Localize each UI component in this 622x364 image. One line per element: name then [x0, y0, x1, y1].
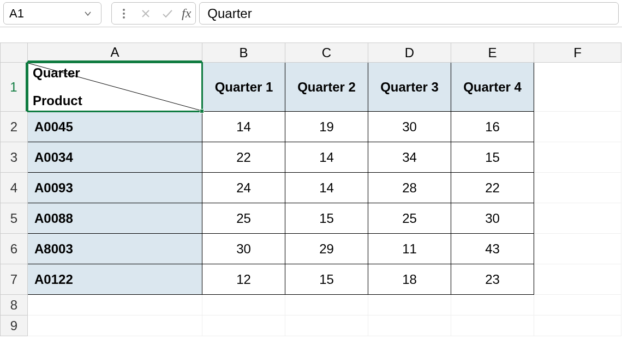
row-4: 4 A0093 24 14 28 22 [1, 173, 621, 203]
chevron-down-icon[interactable] [80, 3, 95, 25]
cell-B8[interactable] [202, 295, 285, 316]
cell-F8[interactable] [534, 295, 621, 316]
cell-D5[interactable]: 25 [368, 203, 451, 234]
cell-E2[interactable]: 16 [451, 112, 534, 142]
column-header-F[interactable]: F [534, 43, 621, 63]
row-7: 7 A0122 12 15 18 23 [1, 264, 621, 295]
cell-D8[interactable] [368, 295, 451, 316]
cell-C4[interactable]: 14 [285, 173, 368, 203]
cell-A1-top-label: Quarter [33, 65, 80, 81]
row-header-9[interactable]: 9 [1, 316, 28, 336]
column-header-row: A B C D E F [1, 43, 621, 63]
cell-A7[interactable]: A0122 [28, 264, 202, 295]
column-header-C[interactable]: C [285, 43, 368, 63]
cell-A9[interactable] [28, 316, 202, 336]
cell-E3[interactable]: 15 [451, 142, 534, 173]
formula-input-value: Quarter [207, 6, 252, 21]
cell-F3[interactable] [534, 142, 621, 173]
row-header-6[interactable]: 6 [1, 234, 28, 264]
enter-icon[interactable] [160, 3, 175, 25]
cell-D3[interactable]: 34 [368, 142, 451, 173]
column-header-A[interactable]: A [28, 43, 202, 63]
column-header-D[interactable]: D [368, 43, 451, 63]
row-header-2[interactable]: 2 [1, 112, 28, 142]
cell-E8[interactable] [451, 295, 534, 316]
cell-B6[interactable]: 30 [202, 234, 285, 264]
row-header-1[interactable]: 1 [1, 63, 28, 112]
formula-bar: A1 fx Quarter [0, 0, 622, 27]
cell-A1-bottom-label: Product [33, 93, 82, 108]
cell-C7[interactable]: 15 [285, 264, 368, 295]
cell-C3[interactable]: 14 [285, 142, 368, 173]
cell-B4[interactable]: 24 [202, 173, 285, 203]
cancel-icon[interactable] [138, 3, 153, 25]
cell-C9[interactable] [285, 316, 368, 336]
more-icon[interactable] [116, 3, 131, 25]
cell-B5[interactable]: 25 [202, 203, 285, 234]
row-6: 6 A8003 30 29 11 43 [1, 234, 621, 264]
cell-D2[interactable]: 30 [368, 112, 451, 142]
row-3: 3 A0034 22 14 34 15 [1, 142, 621, 173]
cell-A8[interactable] [28, 295, 202, 316]
cell-B3[interactable]: 22 [202, 142, 285, 173]
cell-F6[interactable] [534, 234, 621, 264]
cell-C6[interactable]: 29 [285, 234, 368, 264]
row-header-5[interactable]: 5 [1, 203, 28, 234]
cell-F4[interactable] [534, 173, 621, 203]
cell-D1[interactable]: Quarter 3 [368, 63, 451, 112]
formula-bar-buttons: fx [111, 2, 196, 25]
cell-F5[interactable] [534, 203, 621, 234]
cell-F9[interactable] [534, 316, 621, 336]
row-header-8[interactable]: 8 [1, 295, 28, 316]
row-8: 8 [1, 295, 621, 316]
select-all-corner[interactable] [1, 43, 28, 63]
cell-A4[interactable]: A0093 [28, 173, 202, 203]
row-header-4[interactable]: 4 [1, 173, 28, 203]
row-9: 9 [1, 316, 621, 336]
row-5: 5 A0088 25 15 25 30 [1, 203, 621, 234]
cell-E7[interactable]: 23 [451, 264, 534, 295]
cell-A1[interactable]: Quarter Product [28, 63, 202, 112]
cell-D9[interactable] [368, 316, 451, 336]
fill-handle[interactable] [200, 109, 204, 113]
cell-B9[interactable] [202, 316, 285, 336]
cell-D4[interactable]: 28 [368, 173, 451, 203]
cell-A3[interactable]: A0034 [28, 142, 202, 173]
column-header-B[interactable]: B [202, 43, 285, 63]
cell-A6[interactable]: A8003 [28, 234, 202, 264]
spreadsheet-grid[interactable]: A B C D E F 1 Quarter Product Quarter 1 … [0, 43, 622, 336]
cell-C5[interactable]: 15 [285, 203, 368, 234]
cell-C8[interactable] [285, 295, 368, 316]
row-2: 2 A0045 14 19 30 16 [1, 112, 621, 142]
formula-input[interactable]: Quarter [199, 2, 619, 25]
cell-E1[interactable]: Quarter 4 [451, 63, 534, 112]
cell-A5[interactable]: A0088 [28, 203, 202, 234]
svg-point-2 [123, 16, 125, 19]
cell-E9[interactable] [451, 316, 534, 336]
cell-D7[interactable]: 18 [368, 264, 451, 295]
cell-E4[interactable]: 22 [451, 173, 534, 203]
cell-B7[interactable]: 12 [202, 264, 285, 295]
cell-E5[interactable]: 30 [451, 203, 534, 234]
cell-C2[interactable]: 19 [285, 112, 368, 142]
row-1: 1 Quarter Product Quarter 1 Quarter 2 Qu… [1, 63, 621, 112]
fx-icon[interactable]: fx [182, 6, 191, 21]
svg-point-0 [123, 9, 125, 11]
cell-B1[interactable]: Quarter 1 [202, 63, 285, 112]
cell-F1[interactable] [534, 63, 621, 112]
name-box-value: A1 [9, 7, 80, 21]
column-header-E[interactable]: E [451, 43, 534, 63]
cell-F2[interactable] [534, 112, 621, 142]
cell-F7[interactable] [534, 264, 621, 295]
cell-D6[interactable]: 11 [368, 234, 451, 264]
row-header-3[interactable]: 3 [1, 142, 28, 173]
cell-E6[interactable]: 43 [451, 234, 534, 264]
cell-B2[interactable]: 14 [202, 112, 285, 142]
svg-point-1 [123, 13, 125, 15]
row-header-7[interactable]: 7 [1, 264, 28, 295]
name-box[interactable]: A1 [3, 2, 101, 25]
cell-C1[interactable]: Quarter 2 [285, 63, 368, 112]
cell-A2[interactable]: A0045 [28, 112, 202, 142]
